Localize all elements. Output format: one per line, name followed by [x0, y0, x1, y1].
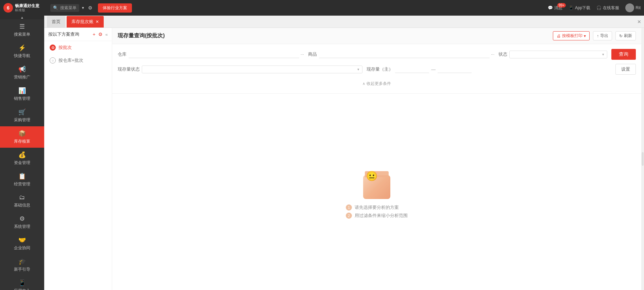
trial-button[interactable]: 体验行业方案 — [98, 3, 132, 13]
menu-search[interactable]: 🔍 搜索菜单 — [50, 4, 79, 12]
empty-state: 😐 1 请先选择要分析的方案 2 用过滤条件来缩小分析范围 — [112, 94, 641, 290]
sidebar-item-search[interactable]: ☰ 搜索菜单 — [0, 19, 44, 41]
tab-bar: 首页 库存批次账 ✕ ✕ — [44, 16, 644, 28]
topbar-dropdown-arrow[interactable]: ▾ — [82, 5, 84, 10]
tab-home[interactable]: 首页 — [47, 16, 65, 28]
plan-item-by-batch[interactable]: ⊙ 按批次 — [44, 41, 112, 54]
filter-row-2: 现存量状态 ▾ 现存量（主） — — [118, 64, 636, 75]
stock-status-filter-group: 现存量状态 ▾ — [118, 66, 362, 73]
sidebar-item-sales[interactable]: 📊 销售管理 — [0, 84, 44, 105]
operations-icon: 📋 — [18, 173, 26, 180]
left-panel-collapse-icon[interactable]: « — [105, 32, 108, 37]
sidebar-item-label-system: 系统管理 — [14, 224, 30, 230]
logo-sub-text: 标准版 — [15, 8, 39, 12]
sidebar-item-newbie[interactable]: 🎓 新手引导 — [0, 254, 44, 276]
plan-icon-batch: ⊙ — [50, 44, 56, 51]
message-icon: 💬 — [548, 5, 553, 10]
empty-face-icon: 😐 — [366, 170, 378, 182]
sidebar-item-purchase[interactable]: 🛒 采购管理 — [0, 105, 44, 126]
headset-icon: 🎧 — [596, 5, 601, 10]
sidebar-item-operations[interactable]: 📋 经营管理 — [0, 169, 44, 191]
logo-icon: 6 — [3, 3, 13, 13]
sidebar-item-label-marketing: 营销推广 — [14, 74, 30, 80]
warehouse-filter-group: 仓库 ··· — [118, 51, 304, 58]
sidebar-item-label-basic: 基础信息 — [14, 202, 30, 208]
search-menu-icon: ☰ — [19, 23, 25, 30]
app-download-label: App下载 — [575, 5, 590, 11]
tip-text-1: 请先选择要分析的方案 — [355, 204, 399, 211]
sales-icon: 📊 — [18, 87, 26, 94]
username: Rit — [635, 5, 641, 10]
sidebar-item-label-operations: 经营管理 — [14, 181, 30, 187]
add-plan-icon[interactable]: + — [93, 32, 96, 37]
empty-tips: 1 请先选择要分析的方案 2 用过滤条件来缩小分析范围 — [346, 204, 408, 219]
sidebar-item-app-center[interactable]: 📱 应用中心 — [0, 276, 44, 290]
logo: 6 畅康通好生意 标准版 — [3, 3, 48, 13]
sidebar-item-label-finance: 资金管理 — [14, 160, 30, 166]
refresh-button[interactable]: ↻ 刷新 — [615, 31, 636, 40]
tip-num-2: 2 — [346, 213, 352, 219]
user-item[interactable]: Rit — [625, 3, 641, 12]
query-button[interactable]: 查询 — [611, 49, 636, 60]
stock-qty-filter-group: 现存量（主） — — [367, 66, 611, 73]
collapse-more-conditions[interactable]: ∧ 收起更多条件 — [118, 79, 636, 89]
sidebar-item-system[interactable]: ⚙ 系统管理 — [0, 212, 44, 233]
stock-qty-to-input[interactable] — [438, 66, 472, 73]
tip-num-1: 1 — [346, 204, 352, 211]
empty-tip-1: 1 请先选择要分析的方案 — [346, 204, 408, 211]
sidebar-item-quick-nav[interactable]: ⚡ 快捷导航 — [0, 41, 44, 62]
export-button[interactable]: ↑ 导出 — [593, 31, 612, 40]
tab-home-label: 首页 — [52, 19, 61, 25]
tab-close-icon[interactable]: ✕ — [96, 19, 99, 24]
app-download-item[interactable]: 📱 App下载 — [569, 5, 590, 11]
logo-main-text: 畅康通好生意 — [15, 3, 39, 8]
status-filter-group: 状态 ▾ — [498, 51, 607, 58]
filter-row-1: 仓库 ··· 商品 ··· 状态 — [118, 49, 636, 60]
tab-batch-ledger[interactable]: 库存批次账 ✕ — [67, 16, 104, 28]
filter-area: 仓库 ··· 商品 ··· 状态 — [112, 44, 641, 94]
left-panel-title: 按以下方案查询 — [48, 31, 79, 37]
product-filter-group: 商品 ··· — [308, 51, 494, 58]
product-more-icon[interactable]: ··· — [491, 52, 494, 57]
sidebar-item-marketing[interactable]: 📢 营销推广 — [0, 62, 44, 84]
panel-close-button[interactable]: ✕ — [637, 19, 641, 24]
sidebar-item-label-sales: 销售管理 — [14, 96, 30, 102]
stock-status-select[interactable]: ▾ — [142, 66, 362, 73]
plan-settings-icon[interactable]: ⚙ — [98, 32, 103, 37]
warehouse-more-icon[interactable]: ··· — [301, 52, 304, 57]
print-label: 按模板打印 — [562, 33, 582, 39]
left-panel-header: 按以下方案查询 + ⚙ « — [44, 28, 112, 41]
sidebar-item-finance[interactable]: 💰 资金管理 — [0, 148, 44, 169]
refresh-label: 刷新 — [624, 33, 632, 39]
product-input[interactable] — [319, 51, 490, 58]
right-edge-handle[interactable] — [642, 152, 644, 166]
main-layout: ▲ ☰ 搜索菜单 ⚡ 快捷导航 📢 营销推广 📊 销售管理 🛒 采购管理 📦 库… — [0, 16, 644, 290]
marketing-icon: 📢 — [18, 66, 26, 73]
status-select-arrow: ▾ — [602, 52, 604, 57]
plan-label-by-batch: 按批次 — [58, 44, 72, 51]
sidebar-item-label-quick-nav: 快捷导航 — [14, 53, 30, 59]
system-icon: ⚙ — [19, 215, 25, 222]
topbar-gear-icon[interactable]: ⚙ — [88, 5, 92, 11]
online-service-label: 在线客服 — [603, 5, 619, 11]
messages-item[interactable]: 💬 消息 99+ — [548, 5, 562, 11]
enterprise-icon: 🤝 — [18, 236, 26, 244]
export-label: 导出 — [600, 33, 608, 39]
app-center-icon: 📱 — [18, 279, 26, 287]
warehouse-input[interactable] — [129, 51, 299, 58]
print-button[interactable]: 🖨 按模板打印 ▾ — [553, 31, 590, 40]
settings-button[interactable]: 设置 — [615, 64, 636, 75]
tip-text-2: 用过滤条件来缩小分析范围 — [355, 213, 408, 219]
collapse-label: 收起更多条件 — [367, 81, 391, 87]
sidebar-item-enterprise[interactable]: 🤝 企业协同 — [0, 233, 44, 254]
product-label: 商品 — [308, 51, 317, 57]
empty-tip-2: 2 用过滤条件来缩小分析范围 — [346, 213, 408, 219]
sidebar-item-label-purchase: 采购管理 — [14, 117, 30, 123]
sidebar-item-inventory[interactable]: 📦 库存核算 — [0, 126, 44, 148]
plan-item-by-warehouse-batch[interactable]: ○ 按仓库+批次 — [44, 54, 112, 67]
sidebar-item-basic[interactable]: 🗂 基础信息 — [0, 191, 44, 212]
online-service-item[interactable]: 🎧 在线客服 — [596, 5, 619, 11]
status-select[interactable]: ▾ — [509, 51, 607, 58]
sidebar-scroll-up[interactable]: ▲ — [0, 16, 44, 19]
stock-qty-from-input[interactable] — [395, 66, 429, 73]
